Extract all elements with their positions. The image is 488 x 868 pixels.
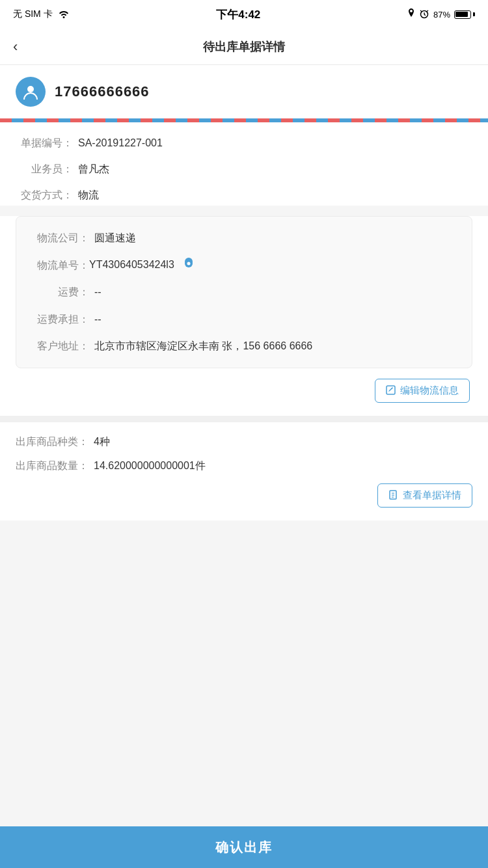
- wifi-icon: [58, 9, 70, 20]
- address-label: 客户地址：: [32, 338, 89, 355]
- freight-bearer-row: 运费承担： --: [32, 311, 456, 328]
- view-details-label: 查看单据详情: [403, 489, 461, 502]
- tracking-number-row: YT43064053424l3: [89, 257, 197, 273]
- document-number-label: 单据编号：: [16, 135, 73, 151]
- tracking-number: YT43064053424l3: [89, 259, 174, 271]
- status-bar: 无 SIM 卡 下午4:42 87%: [0, 0, 488, 29]
- status-time: 下午4:42: [216, 7, 260, 22]
- address-value: 北京市市辖区海淀区永丰南 张，156 6666 6666: [94, 338, 456, 355]
- edit-logistics-button[interactable]: 编辑物流信息: [375, 379, 470, 403]
- delivery-label: 交货方式：: [16, 187, 73, 203]
- confirm-button-label: 确认出库: [215, 839, 273, 856]
- edit-logistics-container: 编辑物流信息: [16, 379, 472, 403]
- freight-value: --: [94, 284, 456, 301]
- customer-header: 17666666666: [0, 65, 488, 118]
- delivery-row: 交货方式： 物流: [16, 187, 472, 203]
- view-details-button[interactable]: 查看单据详情: [377, 483, 472, 508]
- tracking-row: 物流单号： YT43064053424l3: [32, 257, 456, 274]
- agent-value: 曾凡杰: [78, 161, 472, 177]
- goods-quantity-label: 出库商品数量：: [16, 459, 88, 473]
- goods-types-value: 4种: [94, 435, 110, 449]
- document-icon: [388, 490, 399, 500]
- confirm-bar[interactable]: 确认出库: [0, 826, 488, 868]
- logistics-company-row: 物流公司： 圆通速递: [32, 230, 456, 247]
- bottom-space: [0, 521, 488, 651]
- goods-section: 出库商品种类： 4种 出库商品数量： 14.620000000000001件 查…: [0, 422, 488, 521]
- logistics-section: 物流公司： 圆通速递 物流单号： YT43064053424l3 运费： -- …: [0, 216, 488, 416]
- tracking-location-icon[interactable]: [181, 257, 197, 273]
- document-number-value: SA-20191227-001: [78, 135, 472, 151]
- freight-row: 运费： --: [32, 284, 456, 301]
- nav-bar: ‹ 待出库单据详情: [0, 29, 488, 65]
- logistics-card: 物流公司： 圆通速递 物流单号： YT43064053424l3 运费： -- …: [16, 216, 472, 368]
- location-status-icon: [407, 8, 415, 21]
- logistics-company-label: 物流公司：: [32, 230, 89, 247]
- delivery-value: 物流: [78, 187, 472, 203]
- logistics-company-value: 圆通速递: [94, 230, 456, 247]
- back-button[interactable]: ‹: [13, 36, 24, 58]
- freight-label: 运费：: [32, 284, 89, 301]
- document-number-row: 单据编号： SA-20191227-001: [16, 135, 472, 151]
- avatar: [16, 77, 46, 107]
- edit-logistics-label: 编辑物流信息: [400, 385, 459, 397]
- battery-percentage: 87%: [433, 10, 450, 20]
- section-divider: [0, 416, 488, 422]
- customer-phone: 17666666666: [55, 83, 150, 100]
- document-info-section: 单据编号： SA-20191227-001 业务员： 曾凡杰 交货方式： 物流: [0, 122, 488, 206]
- status-right: 87%: [407, 8, 475, 21]
- goods-quantity-value: 14.620000000000001件: [94, 459, 206, 473]
- page-title: 待出库单据详情: [203, 39, 285, 55]
- freight-bearer-label: 运费承担：: [32, 311, 89, 328]
- view-details-container: 查看单据详情: [16, 483, 472, 508]
- battery-icon: [454, 10, 475, 19]
- alarm-icon: [419, 8, 429, 21]
- goods-quantity-row: 出库商品数量： 14.620000000000001件: [16, 459, 472, 473]
- status-left: 无 SIM 卡: [13, 8, 70, 20]
- goods-types-row: 出库商品种类： 4种: [16, 435, 472, 449]
- carrier-label: 无 SIM 卡: [13, 8, 53, 20]
- svg-point-1: [27, 86, 34, 92]
- address-row: 客户地址： 北京市市辖区海淀区永丰南 张，156 6666 6666: [32, 338, 456, 355]
- goods-types-label: 出库商品种类：: [16, 435, 88, 449]
- agent-row: 业务员： 曾凡杰: [16, 161, 472, 177]
- freight-bearer-value: --: [94, 311, 456, 328]
- svg-point-4: [187, 262, 190, 265]
- edit-icon: [386, 385, 396, 396]
- tracking-label: 物流单号：: [32, 257, 89, 274]
- agent-label: 业务员：: [16, 161, 73, 177]
